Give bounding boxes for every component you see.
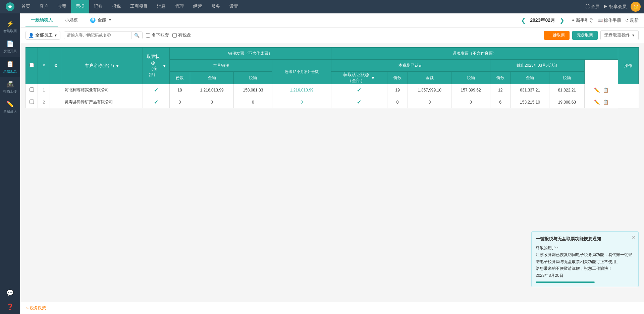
chat-icon: 💬 (6, 289, 14, 297)
search-wrap: 🔍 (64, 32, 143, 39)
tab-all[interactable]: 🌐 全能 ▼ (85, 14, 117, 26)
th-sales-month: 本月销项 (169, 60, 272, 72)
guide-btn[interactable]: ✦ 新手引导 (571, 17, 593, 23)
tax-disc-checkbox[interactable] (172, 33, 177, 38)
sidebar-item-scan-upload[interactable]: 📠 扫描上传 (0, 77, 20, 97)
nav-home[interactable]: 首页 (17, 0, 35, 13)
nav-customer[interactable]: 客户 (35, 0, 53, 13)
th-purchase-group: 进项发票（不含作废票） (331, 48, 618, 60)
tax-policy-link[interactable]: ⊙ 税务政策 (25, 305, 46, 311)
notification-scrollbar (536, 281, 595, 283)
table-row: 1 河北柯睿栋实业有限公司 ✔ 18 1,216,013.99 158,081.… (26, 84, 639, 96)
nav-tax[interactable]: 报税 (107, 0, 125, 13)
row-purchase-current-tax: 0 (451, 96, 490, 108)
row-purchase-current-qty: 0 (387, 96, 408, 108)
checkbox-my-accounts[interactable]: 名下账套 (146, 32, 169, 38)
row-purchase-uncert-tax: 81,822.21 (549, 84, 585, 96)
row-checkbox[interactable] (30, 100, 34, 104)
scan-upload-icon: 📠 (6, 80, 14, 88)
th-sales-qty: 份数 (169, 72, 190, 84)
manual-btn[interactable]: 📖 操作手册 (597, 17, 621, 23)
nav-bookkeeping[interactable]: 记账 (89, 0, 107, 13)
row-sales-amount: 0 (190, 96, 234, 108)
row-sales-qty: 0 (169, 96, 190, 108)
row-index: 2 (38, 96, 50, 108)
tab-small-scale[interactable]: 小规模 (59, 14, 83, 26)
sidebar-item-invoice-summary[interactable]: 📋 票据汇总 (0, 57, 20, 77)
nav-message[interactable]: 消息 (152, 0, 170, 13)
top-nav: 首页 客户 收费 票据 记账 报税 工商项目 消息 管理 经营 服务 设置 ⛶ … (0, 0, 644, 13)
th-settings: ⚙ (50, 48, 62, 84)
no-disc-fetch-btn[interactable]: 无盘取票 (572, 31, 598, 40)
fullscreen-btn[interactable]: ⛶ 全屏 (585, 4, 600, 10)
sidebar-item-smart-ticket[interactable]: ⚡ 智能取票 (0, 17, 20, 37)
row-edit-icon[interactable]: ✏️ (594, 87, 600, 93)
table-row: 2 灵寿县尚泽矿产品有限公司 ✔ 0 0 0 0 ✔ 0 0 0 6 153,2… (26, 96, 639, 108)
row-settings (50, 96, 62, 108)
notification-close-btn[interactable]: ✕ (632, 234, 636, 241)
sidebar: ⚡ 智能取票 📄 发票开具 📋 票据汇总 📠 扫描上传 ✏️ 票据录入 💬 ❓ (0, 13, 20, 314)
toolbar: 👤 全部员工 ▼ 🔍 名下账套 有税盘 一键取票 无盘取票 无盘取票操作 (20, 27, 644, 43)
nav-manage[interactable]: 管理 (170, 0, 189, 13)
employee-select[interactable]: 👤 全部员工 ▼ (25, 31, 60, 40)
nav-settings[interactable]: 设置 (225, 0, 243, 13)
row-sales-tax: 158,081.83 (234, 84, 272, 96)
my-accounts-checkbox[interactable] (146, 33, 150, 38)
one-click-fetch-btn[interactable]: 一键取票 (544, 31, 570, 40)
th-checkbox (26, 48, 38, 84)
row-checkbox-cell (26, 96, 38, 108)
nav-fee[interactable]: 收费 (53, 0, 71, 13)
row-customer-name: 河北柯睿栋实业有限公司 (62, 84, 143, 96)
nav-items: 首页 客户 收费 票据 记账 报税 工商项目 消息 管理 经营 服务 设置 (17, 0, 585, 13)
row-purchase-current-amount: 1,357,999.10 (408, 84, 451, 96)
row-fetch-status: ✔ (143, 84, 169, 96)
sidebar-item-invoice-entry[interactable]: ✏️ 票据录入 (0, 97, 20, 117)
row-purchase-uncert-qty: 12 (490, 84, 511, 96)
date-nav: ❮ 2023年02月 ❯ (519, 16, 566, 24)
tab-general-taxpayer[interactable]: 一般纳税人 (25, 14, 58, 26)
nav-commerce[interactable]: 工商项目 (125, 0, 152, 13)
row-view-icon[interactable]: 📋 (603, 100, 608, 105)
nav-business[interactable]: 经营 (189, 0, 207, 13)
row-purchase-current-qty: 19 (387, 84, 408, 96)
prev-month-btn[interactable]: ❮ (519, 16, 527, 24)
nav-service[interactable]: 服务 (207, 0, 225, 13)
nav-invoice[interactable]: 票据 (71, 0, 89, 13)
th-sales-tax: 税额 (234, 72, 272, 84)
notification-panel: ✕ 一键报税与无盘取票功能恢复通知 尊敬的用户： 江苏政务网已恢复访问电子税务局… (531, 231, 639, 287)
row-sales-tax: 0 (234, 96, 272, 108)
member-btn[interactable]: ▶ 畅享会员 (603, 4, 627, 10)
row-sales-accum[interactable]: 1,216,013.99 (272, 84, 331, 96)
th-purchase-current-tax: 税额 (451, 72, 490, 84)
logo (3, 2, 17, 11)
sidebar-bottom: 💬 ❓ (0, 286, 20, 314)
row-view-icon[interactable]: 📋 (603, 87, 608, 93)
th-sales-group: 销项发票（不含作废票） (169, 48, 331, 60)
row-edit-icon[interactable]: ✏️ (594, 100, 600, 105)
svg-point-1 (9, 6, 11, 8)
invoice-entry-icon: ✏️ (6, 101, 14, 108)
help-icon: ❓ (6, 303, 14, 311)
no-disc-operation-btn[interactable]: 无盘取票操作 ▼ (600, 30, 639, 40)
row-sales-accum[interactable]: 0 (272, 96, 331, 108)
tab-bar: 一般纳税人 小规模 🌐 全能 ▼ ❮ 2023年02月 ❯ ✦ 新手引导 📖 操… (20, 13, 644, 27)
select-all-checkbox[interactable] (30, 63, 34, 67)
row-purchase-uncert-amount: 153,215.10 (511, 96, 549, 108)
sidebar-item-invoice-open[interactable]: 📄 发票开具 (0, 37, 20, 57)
bottom-bar: ⊙ 税务政策 (20, 302, 644, 314)
chevron-down-icon: ▼ (108, 18, 112, 22)
search-button[interactable]: 🔍 (131, 32, 142, 39)
sidebar-item-help[interactable]: ❓ (0, 300, 20, 314)
sidebar-item-chat[interactable]: 💬 (0, 286, 20, 300)
search-input[interactable] (64, 32, 131, 39)
row-purchase-uncert-tax: 19,808.63 (549, 96, 585, 108)
chevron-down-icon: ▼ (632, 34, 635, 37)
next-month-btn[interactable]: ❯ (558, 16, 566, 24)
avatar[interactable]: 🐱 (631, 2, 641, 12)
refresh-btn[interactable]: ↺ 刷新 (625, 17, 639, 23)
checkbox-tax-disc[interactable]: 有税盘 (172, 32, 191, 38)
notification-title: 一键报税与无盘取票功能恢复通知 (536, 236, 634, 243)
th-fetch-status: 取票状态（全部） ▼ (143, 48, 169, 84)
row-checkbox[interactable] (30, 87, 34, 92)
nav-right: ⛶ 全屏 ▶ 畅享会员 🐱 (585, 2, 641, 12)
